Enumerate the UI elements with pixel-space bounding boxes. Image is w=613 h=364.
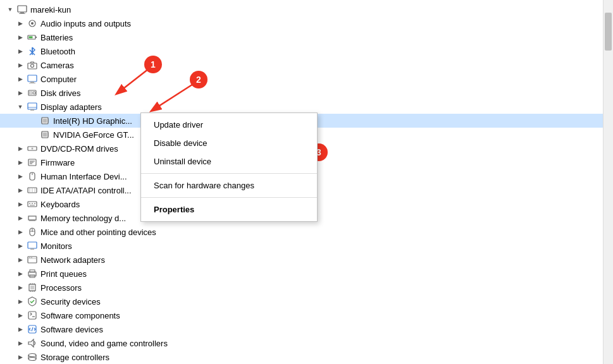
context-properties[interactable]: Properties	[141, 200, 317, 219]
context-disable-device[interactable]: Disable device	[141, 134, 317, 152]
tree-label-keyboards: Keyboards	[40, 200, 80, 209]
tree-item-sound[interactable]: Sound, video and game controllers	[0, 336, 603, 350]
processor-icon	[27, 282, 38, 293]
tree-label-network: Network adapters	[40, 255, 105, 265]
scrollbar[interactable]	[603, 0, 613, 364]
tree-item-softdev[interactable]: Software devices	[0, 322, 603, 336]
tree-label-nvidia: NVIDIA GeForce GT...	[53, 130, 134, 140]
svg-rect-50	[34, 203, 35, 204]
audio-icon	[27, 18, 38, 29]
chevron-root[interactable]	[5, 4, 15, 15]
tree-label-audio: Audio inputs and outputs	[40, 19, 131, 28]
context-separator	[141, 173, 317, 174]
svg-point-4	[31, 22, 34, 25]
svg-point-66	[31, 257, 32, 258]
svg-rect-2	[19, 13, 25, 14]
chevron-human[interactable]	[15, 171, 25, 181]
svg-rect-71	[30, 286, 34, 289]
tree-label-computer: Computer	[40, 75, 77, 84]
tree-item-softcomp[interactable]: Software components	[0, 308, 603, 322]
chevron-bluetooth[interactable]	[15, 46, 25, 56]
svg-rect-10	[28, 75, 37, 82]
security-icon	[27, 296, 38, 307]
chevron-softdev[interactable]	[15, 324, 25, 334]
tree-label-disk: Disk drives	[40, 88, 81, 98]
printer-icon	[27, 268, 38, 279]
ide-icon	[27, 185, 38, 196]
scroll-thumb[interactable]	[605, 13, 612, 51]
tree-item-mice[interactable]: Mice and other pointing devices	[0, 225, 603, 239]
svg-rect-11	[30, 82, 34, 83]
svg-rect-51	[30, 205, 35, 206]
tree-item-storage[interactable]: Storage controllers	[0, 350, 603, 364]
tree-item-print[interactable]: Print queues	[0, 267, 603, 281]
svg-rect-18	[30, 109, 34, 111]
svg-rect-12	[29, 83, 35, 83]
chevron-sound[interactable]	[15, 338, 25, 348]
chevron-mice[interactable]	[15, 227, 25, 237]
context-menu: Update driver Disable device Uninstall d…	[140, 112, 318, 222]
svg-rect-16	[28, 103, 37, 109]
chevron-keyboards[interactable]	[15, 199, 25, 209]
tree-item-disk[interactable]: Disk drives	[0, 86, 603, 100]
tree-item-monitors[interactable]: Monitors	[0, 239, 603, 253]
chip-icon	[39, 115, 51, 126]
chevron-memory[interactable]	[15, 213, 25, 223]
chevron-network[interactable]	[15, 255, 25, 265]
tree-label-softdev: Software devices	[40, 325, 103, 334]
tree-item-root[interactable]: mareki-kun	[0, 3, 603, 16]
svg-rect-0	[18, 6, 27, 12]
chevron-softcomp[interactable]	[15, 310, 25, 320]
tree-item-audio[interactable]: Audio inputs and outputs	[0, 16, 603, 30]
tree-label-human: Human Interface Devi...	[40, 172, 127, 181]
chevron-computer[interactable]	[15, 74, 25, 84]
context-uninstall-device[interactable]: Uninstall device	[141, 152, 317, 171]
tree-item-security[interactable]: Security devices	[0, 294, 603, 308]
chevron-storage[interactable]	[15, 352, 25, 362]
chevron-print[interactable]	[15, 269, 25, 279]
firmware-icon	[27, 157, 38, 168]
context-update-driver[interactable]: Update driver	[141, 116, 317, 134]
svg-rect-15	[29, 92, 32, 94]
monitor-icon	[27, 73, 38, 85]
context-scan-hardware[interactable]: Scan for hardware changes	[141, 176, 317, 195]
chevron-monitors[interactable]	[15, 241, 25, 251]
tree-item-batteries[interactable]: Batteries	[0, 30, 603, 44]
tree-item-computer[interactable]: Computer	[0, 72, 603, 86]
disk-icon	[27, 87, 38, 99]
svg-rect-61	[28, 242, 37, 248]
chevron-batteries[interactable]	[15, 32, 25, 42]
tree-item-network[interactable]: Network adapters	[0, 253, 603, 267]
display-icon	[27, 101, 38, 112]
tree-label-batteries: Batteries	[40, 33, 73, 42]
svg-rect-7	[29, 37, 33, 39]
chevron-firmware[interactable]	[15, 157, 25, 167]
tree-label-firmware: Firmware	[40, 158, 75, 167]
tree-item-display[interactable]: Display adapters	[0, 100, 603, 114]
chevron-audio[interactable]	[15, 18, 25, 28]
camera-icon	[27, 59, 38, 71]
tree-label-intel: Intel(R) HD Graphic...	[53, 116, 132, 126]
chevron-ide[interactable]	[15, 185, 25, 195]
svg-point-14	[33, 92, 35, 94]
svg-point-9	[31, 64, 34, 68]
bluetooth-icon	[27, 46, 38, 57]
tree-item-processors[interactable]: Processors	[0, 281, 603, 294]
chevron-disk[interactable]	[15, 88, 25, 98]
tree-label-monitors: Monitors	[40, 241, 72, 251]
tree-label-memory: Memory technology d...	[40, 214, 126, 223]
tree-item-cameras[interactable]: Cameras	[0, 58, 603, 72]
chevron-display[interactable]	[15, 102, 25, 112]
monitor2-icon	[27, 240, 38, 252]
tree-label-softcomp: Software components	[40, 311, 120, 320]
svg-point-65	[29, 257, 30, 258]
sound-icon	[27, 337, 38, 349]
tree-item-bluetooth[interactable]: Bluetooth	[0, 44, 603, 58]
chevron-cameras[interactable]	[15, 60, 25, 70]
chevron-security[interactable]	[15, 296, 25, 306]
tree-label-bluetooth: Bluetooth	[40, 47, 75, 56]
chevron-dvd[interactable]	[15, 143, 25, 154]
dvd-icon	[27, 143, 38, 154]
svg-rect-1	[20, 12, 24, 13]
chevron-processors[interactable]	[15, 282, 25, 293]
